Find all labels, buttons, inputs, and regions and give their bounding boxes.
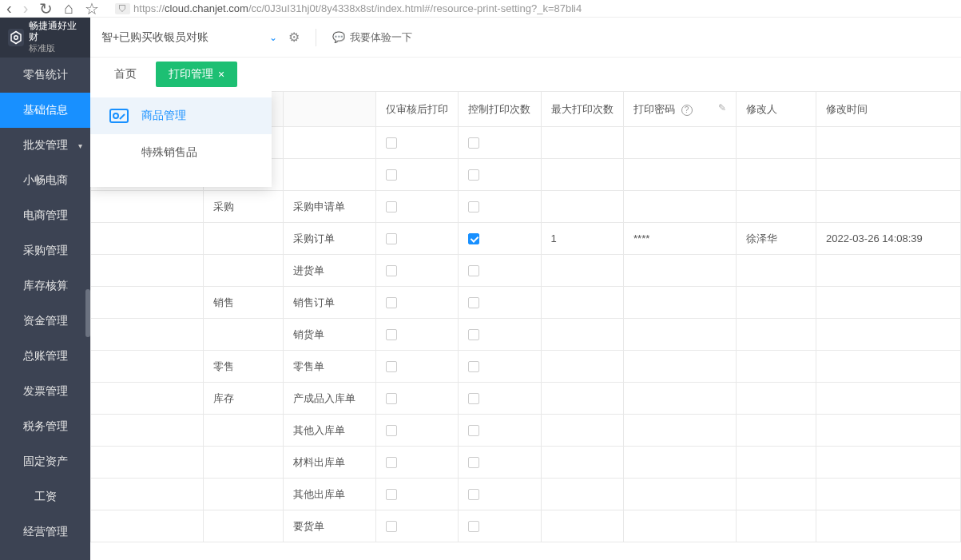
company-select[interactable]: 智+已购买收银员对账 ⌄ [101, 30, 277, 45]
back-icon[interactable]: ‹ [6, 0, 12, 18]
help-icon[interactable]: ? [681, 105, 693, 116]
checkbox-after[interactable] [386, 457, 397, 468]
tab-print-manage[interactable]: 打印管理× [156, 62, 237, 87]
cell-password[interactable] [624, 383, 737, 415]
cell-max[interactable] [541, 415, 623, 447]
cell-max[interactable] [541, 127, 623, 159]
company-name: 智+已购买收银员对账 [101, 30, 208, 45]
sidebar-item-8[interactable]: 总账管理 [0, 339, 90, 374]
submenu-item-special[interactable]: 特殊销售品 [90, 134, 272, 171]
checkbox-after[interactable] [386, 297, 397, 308]
cell-modifier [736, 255, 816, 287]
cell-password[interactable] [624, 127, 737, 159]
checkbox-after[interactable] [386, 265, 397, 276]
sidebar-item-2[interactable]: 批发管理▾ [0, 128, 90, 163]
checkbox-ctrl[interactable] [468, 201, 479, 212]
cell-category: 库存 [203, 383, 283, 415]
checkbox-after[interactable] [386, 329, 397, 340]
cell-password[interactable] [624, 510, 737, 542]
table-row: 要货单 [91, 510, 961, 542]
cell-after [375, 479, 458, 510]
sidebar-item-5[interactable]: 采购管理 [0, 233, 90, 268]
cell-modifier [736, 351, 816, 383]
home-icon[interactable]: ⌂ [64, 0, 73, 18]
sidebar-item-11[interactable]: 固定资产 [0, 444, 90, 479]
cell-time: 2022-03-26 14:08:39 [816, 223, 961, 255]
close-icon[interactable]: × [218, 68, 224, 81]
cell-modifier [736, 510, 816, 542]
checkbox-ctrl[interactable] [468, 329, 479, 340]
checkbox-after[interactable] [386, 169, 397, 181]
checkbox-ctrl[interactable] [468, 425, 479, 436]
cell-password[interactable] [624, 319, 737, 351]
checkbox-ctrl[interactable] [468, 393, 479, 404]
url-bar[interactable]: ⛉ https://cloud.chanjet.com/cc/0J3uI31hj… [109, 2, 955, 14]
sidebar-item-4[interactable]: 电商管理 [0, 198, 90, 233]
checkbox-ctrl[interactable] [468, 233, 479, 244]
tab-home[interactable]: 首页 [101, 62, 149, 87]
th-modifier: 修改人 [736, 92, 816, 127]
checkbox-ctrl[interactable] [468, 297, 479, 308]
tabs: 首页 打印管理× [90, 58, 961, 91]
cell-time [816, 127, 961, 159]
checkbox-ctrl[interactable] [468, 265, 479, 276]
sidebar-item-3[interactable]: 小畅电商 [0, 163, 90, 198]
sidebar-item-1[interactable]: 基础信息 [0, 93, 90, 128]
sidebar-item-6[interactable]: 库存核算 [0, 268, 90, 304]
sidebar-item-0[interactable]: 零售统计 [0, 58, 90, 93]
cell-max[interactable] [541, 191, 623, 223]
cell-max[interactable] [541, 287, 623, 319]
cell-max[interactable] [541, 159, 623, 191]
cell-time [816, 479, 961, 510]
checkbox-after[interactable] [386, 361, 397, 372]
checkbox-ctrl[interactable] [468, 169, 479, 181]
th-control-count: 控制打印次数 [459, 92, 541, 127]
cell-password[interactable]: **** [624, 223, 737, 255]
cell-max[interactable] [541, 479, 623, 510]
checkbox-ctrl[interactable] [468, 361, 479, 372]
cell-password[interactable] [624, 415, 737, 447]
sidebar-item-10[interactable]: 税务管理 [0, 409, 90, 444]
refresh-icon[interactable]: ↻ [39, 0, 53, 18]
checkbox-after[interactable] [386, 489, 397, 500]
cell-max[interactable] [541, 255, 623, 287]
sidebar-item-12[interactable]: 工资 [0, 479, 90, 514]
gear-icon[interactable]: ⚙ [288, 30, 300, 45]
checkbox-ctrl[interactable] [468, 457, 479, 468]
checkbox-after[interactable] [386, 233, 397, 244]
cell-password[interactable] [624, 159, 737, 191]
cell-password[interactable] [624, 287, 737, 319]
cell-password[interactable] [624, 255, 737, 287]
cell-max[interactable] [541, 319, 623, 351]
checkbox-after[interactable] [386, 137, 397, 149]
checkbox-ctrl[interactable] [468, 137, 479, 149]
svg-point-0 [14, 36, 18, 40]
star-icon[interactable]: ☆ [85, 0, 99, 18]
checkbox-ctrl[interactable] [468, 489, 479, 500]
checkbox-after[interactable] [386, 393, 397, 404]
cell-max[interactable] [541, 510, 623, 542]
sidebar-item-13[interactable]: 经营管理 [0, 514, 90, 550]
cell-password[interactable] [624, 479, 737, 510]
cell-ctrl [459, 415, 541, 447]
cell-max[interactable] [541, 351, 623, 383]
checkbox-ctrl[interactable] [468, 521, 479, 532]
cell-hidden [91, 447, 204, 479]
checkbox-after[interactable] [386, 201, 397, 212]
sidebar-item-7[interactable]: 资金管理 [0, 304, 90, 339]
cell-max[interactable] [541, 383, 623, 415]
checkbox-after[interactable] [386, 521, 397, 532]
cell-password[interactable] [624, 447, 737, 479]
submenu-item-product[interactable]: 商品管理 [90, 97, 272, 134]
edit-icon[interactable]: ✎ [718, 102, 726, 113]
cell-max[interactable] [541, 447, 623, 479]
th-after-audit: 仅审核后打印 [375, 92, 458, 127]
cell-password[interactable] [624, 191, 737, 223]
sidebar-item-9[interactable]: 发票管理 [0, 374, 90, 409]
try-link[interactable]: 💬 我要体验一下 [332, 30, 412, 45]
cell-password[interactable] [624, 351, 737, 383]
svg-point-2 [113, 113, 118, 118]
forward-icon[interactable]: › [23, 0, 29, 18]
checkbox-after[interactable] [386, 425, 397, 436]
cell-max[interactable]: 1 [541, 223, 623, 255]
